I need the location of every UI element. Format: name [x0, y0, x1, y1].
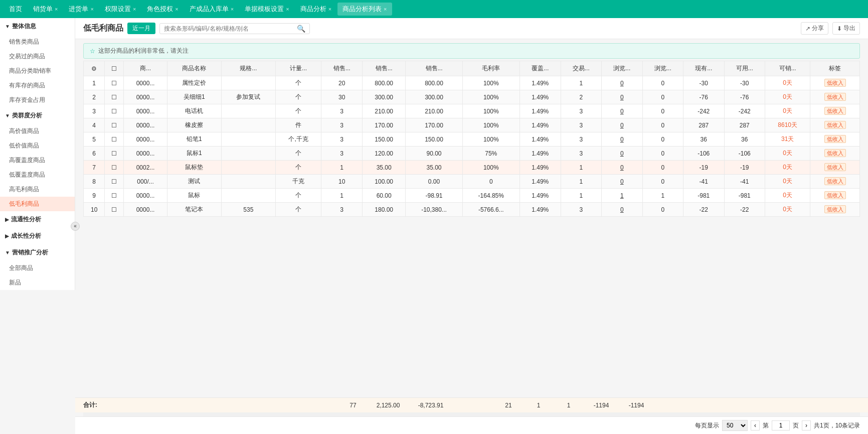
- arrow-icon: ▼: [5, 250, 10, 255]
- tag-badge: 低收入: [824, 93, 846, 101]
- sidebar-section-整体信息[interactable]: ▼整体信息: [0, 18, 75, 35]
- col-header-4[interactable]: 规格...: [221, 61, 275, 76]
- prev-page-button[interactable]: ‹: [751, 420, 760, 430]
- table-cell-12[interactable]: 0: [602, 76, 643, 90]
- nav-close-icon[interactable]: ×: [55, 6, 58, 12]
- sidebar-item-交易过的商品[interactable]: 交易过的商品: [0, 49, 75, 64]
- sidebar-item-销售类商品[interactable]: 销售类商品: [0, 35, 75, 49]
- table-cell-4: 参加复试: [221, 90, 275, 104]
- table-cell-14: -106: [683, 147, 725, 161]
- table-cell-1[interactable]: ☐: [105, 76, 124, 90]
- sidebar-item-新品[interactable]: 新品: [0, 275, 75, 290]
- sidebar-item-高覆盖度商品[interactable]: 高覆盖度商品: [0, 153, 75, 168]
- table-cell-5: 个: [275, 161, 321, 175]
- table-cell-12[interactable]: 0: [602, 147, 643, 161]
- search-input[interactable]: [164, 25, 297, 32]
- share-button[interactable]: ↗ 分享: [801, 22, 828, 35]
- table-cell-1[interactable]: ☐: [105, 118, 124, 132]
- nav-close-icon[interactable]: ×: [328, 6, 331, 12]
- nav-close-icon[interactable]: ×: [286, 6, 289, 12]
- col-header-2[interactable]: 商...: [124, 61, 167, 76]
- table-cell-12[interactable]: 0: [602, 132, 643, 147]
- col-header-17[interactable]: 标签: [810, 61, 860, 76]
- nav-item-商品分析[interactable]: 商品分析×: [295, 3, 336, 16]
- col-header-11[interactable]: 交易...: [561, 61, 602, 76]
- sidebar-item-高价值商品[interactable]: 高价值商品: [0, 124, 75, 138]
- sidebar-item-低价值商品[interactable]: 低价值商品: [0, 138, 75, 153]
- table-row: 1☐0000...属性定价个20800.00800.00100%1.49%100…: [84, 76, 860, 90]
- col-header-7[interactable]: 销售...: [362, 61, 406, 76]
- col-header-6[interactable]: 销售...: [321, 61, 363, 76]
- sidebar-item-商品分类助销率[interactable]: 商品分类助销率: [0, 64, 75, 78]
- sidebar-item-低毛利商品[interactable]: 低毛利商品: [0, 197, 75, 211]
- col-header-3[interactable]: 商品名称: [167, 61, 221, 76]
- footer-current: -1194: [584, 402, 619, 409]
- sidebar-item-高毛利商品[interactable]: 高毛利商品: [0, 182, 75, 197]
- content-area: 低毛利商品 近一月 🔍 ↗ 分享 ⬇ 导出: [75, 18, 868, 434]
- table-cell-13: 0: [642, 175, 683, 189]
- date-filter-button[interactable]: 近一月: [127, 23, 155, 34]
- table-cell-12[interactable]: 1: [602, 189, 643, 203]
- sidebar-item-有库存的商品[interactable]: 有库存的商品: [0, 78, 75, 93]
- table-cell-12[interactable]: 0: [602, 118, 643, 132]
- table-cell-14: -30: [683, 76, 725, 90]
- table-cell-1[interactable]: ☐: [105, 189, 124, 203]
- col-header-14[interactable]: 现有...: [683, 61, 725, 76]
- table-cell-4: [221, 132, 275, 147]
- col-header-9[interactable]: 毛利率: [462, 61, 519, 76]
- col-header-12[interactable]: 浏览...: [602, 61, 643, 76]
- sidebar-collapse-btn[interactable]: «: [71, 222, 80, 231]
- nav-item-角色授权[interactable]: 角色授权×: [142, 3, 183, 16]
- export-button[interactable]: ⬇ 导出: [832, 22, 860, 35]
- nav-close-icon[interactable]: ×: [90, 6, 93, 12]
- per-page-label: 每页显示: [695, 421, 719, 430]
- footer-sales1: 77: [338, 402, 368, 409]
- col-header-10[interactable]: 覆盖...: [519, 61, 561, 76]
- sidebar-section-成长性分析[interactable]: ▶成长性分析: [0, 228, 75, 244]
- nav-close-icon[interactable]: ×: [231, 6, 234, 12]
- nav-close-icon[interactable]: ×: [384, 6, 387, 12]
- table-cell-1[interactable]: ☐: [105, 175, 124, 189]
- next-page-button[interactable]: ›: [802, 420, 811, 430]
- nav-item-销货单[interactable]: 销货单×: [28, 3, 63, 16]
- table-cell-1[interactable]: ☐: [105, 90, 124, 104]
- page-header: 低毛利商品 近一月 🔍 ↗ 分享 ⬇ 导出: [75, 18, 868, 39]
- table-cell-5: 千克: [275, 175, 321, 189]
- col-header-15[interactable]: 可用...: [724, 61, 765, 76]
- nav-item-权限设置[interactable]: 权限设置×: [100, 3, 141, 16]
- nav-item-产成品入库单[interactable]: 产成品入库单×: [185, 3, 239, 16]
- table-cell-12[interactable]: 0: [602, 161, 643, 175]
- nav-close-icon[interactable]: ×: [175, 6, 178, 12]
- sidebar-item-低覆盖度商品[interactable]: 低覆盖度商品: [0, 168, 75, 182]
- table-cell-1[interactable]: ☐: [105, 161, 124, 175]
- page-number-input[interactable]: [772, 420, 790, 430]
- sidebar-section-营销推广分析[interactable]: ▼营销推广分析: [0, 244, 75, 261]
- table-cell-1[interactable]: ☐: [105, 147, 124, 161]
- nav-item-进货单[interactable]: 进货单×: [64, 3, 98, 16]
- table-cell-1[interactable]: ☐: [105, 132, 124, 147]
- nav-item-首页[interactable]: 首页: [4, 3, 27, 16]
- table-cell-12[interactable]: 0: [602, 90, 643, 104]
- nav-close-icon[interactable]: ×: [133, 6, 136, 12]
- col-header-16[interactable]: 可销...: [765, 61, 810, 76]
- table-cell-12[interactable]: 0: [602, 203, 643, 217]
- col-header-5[interactable]: 计量...: [275, 61, 321, 76]
- nav-item-商品分析列表[interactable]: 商品分析列表×: [337, 3, 392, 16]
- horizontal-scrollbar[interactable]: [83, 412, 860, 416]
- sidebar-item-库存资金占用[interactable]: 库存资金占用: [0, 93, 75, 107]
- table-cell-12[interactable]: 0: [602, 175, 643, 189]
- page-title: 低毛利商品: [83, 23, 123, 34]
- table-cell-1[interactable]: ☐: [105, 203, 124, 217]
- nav-item-单据模板设置[interactable]: 单据模板设置×: [240, 3, 294, 16]
- table-cell-9: -5766.6...: [462, 203, 519, 217]
- sidebar-section-流通性分析[interactable]: ▶流通性分析: [0, 211, 75, 228]
- col-header-8[interactable]: 销售...: [406, 61, 462, 76]
- table-cell-12[interactable]: 0: [602, 104, 643, 118]
- arrow-icon: ▼: [5, 24, 10, 29]
- footer-trade: 21: [493, 402, 524, 409]
- per-page-select[interactable]: 50 20 100: [722, 420, 748, 431]
- table-cell-1[interactable]: ☐: [105, 104, 124, 118]
- sidebar-item-全部商品[interactable]: 全部商品: [0, 261, 75, 275]
- col-header-13[interactable]: 浏览...: [642, 61, 683, 76]
- sidebar-section-类群度分析[interactable]: ▼类群度分析: [0, 107, 75, 124]
